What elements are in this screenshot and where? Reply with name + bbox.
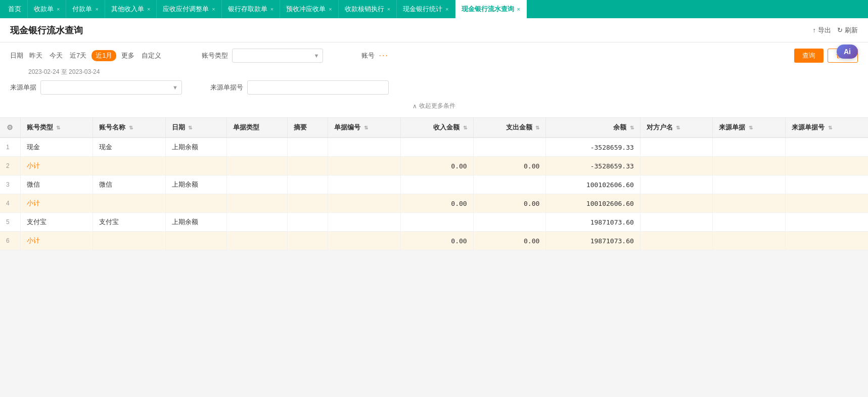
th-income-sort-icon[interactable]: ⇅	[463, 125, 467, 130]
td-expense	[473, 213, 546, 232]
th-date: 日期 ⇅	[165, 118, 226, 138]
close-bank-deposit-icon[interactable]: ×	[270, 6, 273, 12]
td-summary	[288, 175, 328, 194]
th-summary-label: 摘要	[294, 123, 307, 131]
close-payments-icon[interactable]: ×	[95, 6, 98, 12]
td-income: 0.00	[400, 232, 473, 250]
th-date-sort-icon[interactable]: ⇅	[188, 125, 192, 130]
td-num: 1	[0, 138, 20, 157]
td-account-name: 现金	[93, 138, 166, 157]
th-counterparty-label: 对方户名	[647, 123, 673, 131]
date-1month[interactable]: 近1月	[92, 50, 116, 61]
nav-cash-bank-flow[interactable]: 现金银行流水查询 ×	[455, 0, 527, 18]
th-voucher-type: 单据类型	[226, 118, 288, 138]
table-row: 4小计0.000.00100102606.60	[0, 194, 868, 213]
td-summary	[288, 213, 328, 232]
date-today[interactable]: 今天	[48, 51, 65, 61]
date-7days[interactable]: 近7天	[68, 51, 88, 61]
td-source-voucher-no	[786, 157, 868, 175]
td-expense: 0.00	[473, 194, 546, 213]
td-expense	[473, 138, 546, 157]
th-account-type-sort-icon[interactable]: ⇅	[56, 125, 60, 130]
account-label: 账号	[361, 51, 375, 60]
refresh-button[interactable]: ↻ 刷新	[837, 26, 858, 35]
close-cash-bank-flow-icon[interactable]: ×	[517, 6, 520, 12]
th-counterparty-sort-icon[interactable]: ⇅	[676, 125, 680, 130]
close-adjustment-icon[interactable]: ×	[212, 6, 215, 12]
th-voucher-no-sort-icon[interactable]: ⇅	[364, 125, 368, 130]
td-counterparty	[640, 194, 713, 213]
td-source-voucher-no	[786, 194, 868, 213]
nav-other-income[interactable]: 其他收入单 ×	[105, 0, 157, 18]
close-advance-offset-icon[interactable]: ×	[329, 6, 332, 12]
td-balance: -3528659.33	[546, 138, 640, 157]
td-balance: -3528659.33	[546, 157, 640, 175]
th-expense-sort-icon[interactable]: ⇅	[535, 125, 539, 130]
td-voucher-no	[328, 157, 401, 175]
th-voucher-type-label: 单据类型	[233, 123, 259, 131]
nav-cash-bank-stats[interactable]: 现金银行统计 ×	[397, 0, 455, 18]
table-row: 3微信微信上期余额100102606.60	[0, 175, 868, 194]
table-body: 1现金现金上期余额-3528659.332小计0.000.00-3528659.…	[0, 138, 868, 250]
ai-badge[interactable]: Ai	[837, 45, 858, 59]
th-settings: ⚙	[0, 118, 20, 138]
account-type-select[interactable]: 现金 微信 支付宝	[232, 49, 323, 63]
nav-home[interactable]: 首页	[2, 0, 28, 18]
close-other-income-icon[interactable]: ×	[147, 6, 150, 12]
source-voucher-no-label: 来源单据号	[210, 83, 243, 92]
date-more[interactable]: 更多	[119, 51, 136, 61]
date-yesterday[interactable]: 昨天	[27, 51, 44, 61]
collapse-label: 收起更多条件	[419, 102, 455, 110]
td-counterparty	[640, 232, 713, 250]
collapse-bar[interactable]: ∧ 收起更多条件	[10, 100, 858, 113]
nav-bank-deposit[interactable]: 银行存取款单 ×	[222, 0, 280, 18]
date-range-display: 2023-02-24 至 2023-03-24	[28, 68, 858, 76]
date-custom[interactable]: 自定义	[140, 51, 163, 61]
th-balance-sort-icon[interactable]: ⇅	[630, 125, 634, 130]
td-balance: 100102606.60	[546, 175, 640, 194]
th-date-label: 日期	[172, 123, 185, 131]
td-income: 0.00	[400, 157, 473, 175]
source-voucher-no-input[interactable]	[247, 80, 389, 95]
top-nav: 首页 收款单 × 付款单 × 其他收入单 × 应收应付调整单 × 银行存取款单 …	[0, 0, 868, 18]
filter-row-2: 来源单据 ▼ 来源单据号	[10, 80, 858, 95]
close-receipts-icon[interactable]: ×	[57, 6, 60, 12]
header-actions: ↑ 导出 ↻ 刷新	[813, 26, 858, 35]
td-income: 0.00	[400, 194, 473, 213]
table-settings-icon[interactable]: ⚙	[7, 123, 13, 131]
td-income	[400, 175, 473, 194]
th-account-name-sort-icon[interactable]: ⇅	[129, 125, 133, 130]
table-header-row: ⚙ 账号类型 ⇅ 账号名称 ⇅ 日期 ⇅ 单据类型 摘要	[0, 118, 868, 138]
close-writeoff-icon[interactable]: ×	[387, 6, 390, 12]
td-income	[400, 138, 473, 157]
td-date: 上期余额	[165, 138, 226, 157]
td-expense: 0.00	[473, 232, 546, 250]
date-shortcuts: 昨天 今天 近7天 近1月 更多 自定义	[27, 50, 163, 61]
query-button[interactable]: 查询	[794, 49, 824, 63]
source-voucher-select[interactable]	[40, 80, 182, 95]
th-source-voucher-no-label: 来源单据号	[792, 123, 825, 131]
td-account-name	[93, 194, 166, 213]
nav-writeoff[interactable]: 收款核销执行 ×	[339, 0, 397, 18]
td-summary	[288, 232, 328, 250]
td-account-type: 小计	[20, 194, 93, 213]
th-source-voucher-sort-icon[interactable]: ⇅	[749, 125, 753, 130]
nav-payments[interactable]: 付款单 ×	[66, 0, 105, 18]
th-source-voucher-no-sort-icon[interactable]: ⇅	[828, 125, 832, 130]
td-source-voucher-no	[786, 213, 868, 232]
td-source-voucher	[713, 157, 786, 175]
date-filter-group: 日期 昨天 今天 近7天 近1月 更多 自定义	[10, 50, 163, 61]
close-cash-bank-stats-icon[interactable]: ×	[445, 6, 448, 12]
td-num: 5	[0, 213, 20, 232]
account-type-label: 账号类型	[202, 51, 228, 60]
th-balance: 余额 ⇅	[546, 118, 640, 138]
nav-advance-offset[interactable]: 预收冲应收单 ×	[280, 0, 338, 18]
nav-receipts[interactable]: 收款单 ×	[28, 0, 66, 18]
export-button[interactable]: ↑ 导出	[813, 26, 832, 35]
th-account-type: 账号类型 ⇅	[20, 118, 93, 138]
nav-adjustment[interactable]: 应收应付调整单 ×	[157, 0, 221, 18]
account-dots-button[interactable]: ···	[379, 51, 388, 60]
source-voucher-no-filter-group: 来源单据号	[210, 80, 389, 95]
td-account-type: 小计	[20, 157, 93, 175]
td-account-type: 微信	[20, 175, 93, 194]
